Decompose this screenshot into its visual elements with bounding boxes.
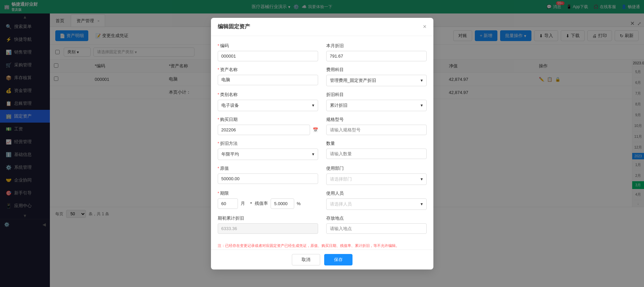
expense-account-select[interactable]: 管理费用_固定资产折旧 ▾ [326, 75, 427, 86]
category-select[interactable]: 电子设备 ▾ [218, 100, 318, 111]
chevron-down-icon: ▾ [312, 152, 314, 157]
form-item-category: * 类别名称 电子设备 ▾ [218, 92, 318, 111]
chevron-down-icon: ▾ [421, 103, 423, 108]
spec-input[interactable] [326, 125, 427, 135]
form-item-storage: 存放地点 [326, 215, 427, 234]
category-label: * 类别名称 [218, 92, 318, 98]
form-item-initial-dep: 期初累计折旧 [218, 215, 318, 234]
department-label: 使用部门 [326, 165, 427, 171]
purchase-date-input[interactable] [218, 125, 310, 135]
period-row: 月 * 残值率 % [218, 198, 318, 209]
chevron-down-icon: ▾ [312, 103, 314, 108]
original-value-label: * 原值 [218, 165, 318, 171]
edit-fixed-asset-modal: 编辑固定资产 × * 编码 本月折旧 [211, 18, 433, 269]
code-input[interactable] [218, 51, 318, 61]
initial-dep-input[interactable] [218, 223, 318, 234]
dep-account-label: 折旧科目 [326, 92, 427, 98]
purchase-date-row: 📅 [218, 125, 318, 135]
storage-label: 存放地点 [326, 215, 427, 221]
modal-footer: 取消 保存 [211, 250, 433, 269]
chevron-down-icon: ▾ [421, 177, 423, 182]
department-select[interactable]: 请选择部门 ▾ [326, 173, 427, 185]
form-item-method: * 折旧方法 年限平均 ▾ [218, 140, 318, 160]
quantity-label: 数量 [326, 140, 427, 147]
residual-rate-label: 残值率 [255, 200, 268, 206]
modal-body: * 编码 本月折旧 * 资产名称 [211, 36, 433, 241]
person-select[interactable]: 请选择人员 ▾ [326, 198, 427, 210]
method-label: * 折旧方法 [218, 140, 318, 147]
form-item-asset-name: * 资产名称 [218, 67, 318, 86]
monthly-dep-label: 本月折旧 [326, 43, 427, 49]
period-unit: 月 [241, 200, 245, 206]
chevron-down-icon: ▾ [421, 201, 423, 206]
spec-label: 规格型号 [326, 117, 427, 123]
form-item-person: 使用人员 请选择人员 ▾ [326, 190, 427, 210]
modal-overlay: 编辑固定资产 × * 编码 本月折旧 [0, 0, 644, 287]
form-item-original-value: * 原值 [218, 165, 318, 185]
form-item-department: 使用部门 请选择部门 ▾ [326, 165, 427, 185]
chevron-down-icon: ▾ [421, 78, 423, 83]
monthly-dep-input[interactable] [326, 51, 427, 61]
person-label: 使用人员 [326, 190, 427, 196]
method-select[interactable]: 年限平均 ▾ [218, 149, 318, 160]
cancel-button[interactable]: 取消 [292, 254, 320, 265]
modal-note: 注：已经存在变更记录或者对应固定资产已经生成凭证，原值、购买日期、残值率、累计折… [211, 241, 433, 250]
purchase-date-label: * 购买日期 [218, 117, 318, 123]
modal-close-icon[interactable]: × [423, 24, 427, 30]
modal-title: 编辑固定资产 [218, 23, 250, 30]
form-item-spec: 规格型号 [326, 117, 427, 135]
form-item-expense-account: 费用科目 管理费用_固定资产折旧 ▾ [326, 67, 427, 86]
calendar-icon[interactable]: 📅 [313, 127, 318, 132]
expense-account-label: 费用科目 [326, 67, 427, 73]
initial-dep-label: 期初累计折旧 [218, 215, 318, 221]
original-value-input[interactable] [218, 173, 318, 184]
asset-name-label: * 资产名称 [218, 67, 318, 73]
residual-rate-input[interactable] [271, 198, 294, 209]
form-item-purchase-date: * 购买日期 📅 [218, 117, 318, 135]
residual-rate-unit: % [297, 201, 301, 206]
form-item-monthly-dep: 本月折旧 [326, 43, 427, 61]
modal-header: 编辑固定资产 × [211, 18, 433, 36]
form-item-period-residual: * 期限 月 * 残值率 % [218, 190, 318, 210]
code-label: * 编码 [218, 43, 318, 49]
dep-account-select[interactable]: 累计折旧 ▾ [326, 100, 427, 111]
quantity-input[interactable] [326, 149, 427, 159]
period-input[interactable] [218, 198, 238, 209]
form-item-code: * 编码 [218, 43, 318, 61]
storage-input[interactable] [326, 223, 427, 234]
form-item-dep-account: 折旧科目 累计折旧 ▾ [326, 92, 427, 111]
form-item-quantity: 数量 [326, 140, 427, 160]
save-button[interactable]: 保存 [324, 254, 352, 265]
form-grid: * 编码 本月折旧 * 资产名称 [218, 43, 427, 234]
period-label: * 期限 [218, 190, 318, 196]
asset-name-input[interactable] [218, 75, 318, 85]
